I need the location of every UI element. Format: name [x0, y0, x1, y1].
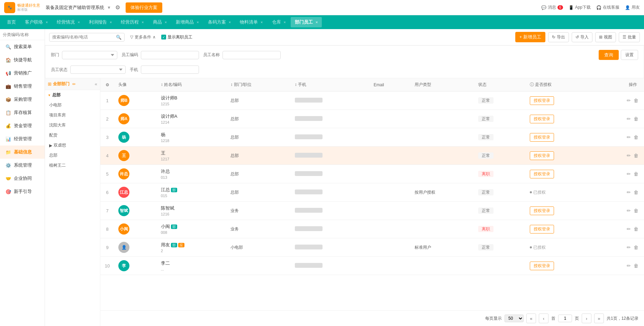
- gear-icon[interactable]: ⚙: [115, 4, 120, 11]
- page-number-input[interactable]: [558, 315, 572, 322]
- close-icon[interactable]: ×: [197, 20, 199, 24]
- auth-btn[interactable]: 授权登录: [530, 225, 554, 234]
- view-switch-button[interactable]: ⊞ 视图: [595, 32, 616, 42]
- close-icon[interactable]: ×: [46, 20, 48, 24]
- tab-warehouse[interactable]: 仓库 ×: [268, 17, 290, 27]
- last-page-btn[interactable]: »: [594, 314, 604, 323]
- sidebar-search-input[interactable]: [3, 32, 45, 37]
- edit-button[interactable]: ✏: [627, 116, 631, 122]
- auth-btn[interactable]: 授权登录: [530, 115, 554, 123]
- sidebar-item-finance[interactable]: 💰 资金管理: [0, 119, 45, 132]
- close-icon[interactable]: ×: [229, 20, 231, 24]
- close-icon[interactable]: ×: [165, 20, 167, 24]
- sidebar-item-basic[interactable]: 📁 基础信息: [0, 146, 45, 159]
- add-employee-button[interactable]: + 新增员工: [515, 32, 545, 42]
- delete-button[interactable]: 🗑: [634, 208, 638, 213]
- dept-item-project[interactable]: 项目库房: [45, 110, 100, 120]
- dept-item-planting[interactable]: 植树王二: [45, 160, 100, 170]
- empstatus-select[interactable]: [70, 65, 126, 74]
- delete-button[interactable]: 🗑: [634, 153, 638, 158]
- tab-home[interactable]: 首页: [3, 17, 20, 27]
- auth-btn[interactable]: 授权登录: [530, 262, 554, 270]
- delete-button[interactable]: 🗑: [634, 134, 638, 140]
- edit-button[interactable]: ✏: [627, 245, 631, 250]
- col-phone[interactable]: ↕ 手机: [291, 78, 370, 91]
- tab-barcode[interactable]: 条码方案 ×: [204, 17, 235, 27]
- auth-btn[interactable]: 授权登录: [530, 133, 554, 142]
- dept-item-xiaodian[interactable]: 小电部: [45, 100, 100, 110]
- empcode-input[interactable]: [141, 51, 199, 59]
- edit-button[interactable]: ✏: [627, 153, 631, 158]
- delete-button[interactable]: 🗑: [634, 116, 638, 122]
- edit-button[interactable]: ✏: [627, 98, 631, 103]
- delete-button[interactable]: 🗑: [634, 171, 638, 177]
- user-btn[interactable]: 👤 用友: [625, 5, 640, 10]
- tab-bom[interactable]: 物料清单 ×: [236, 17, 267, 27]
- tab-history[interactable]: 经营历程 ×: [117, 17, 148, 27]
- auth-btn[interactable]: 授权登录: [530, 151, 554, 160]
- sidebar-item-nav[interactable]: 🏠 快捷导航: [0, 53, 45, 67]
- sidebar-item-guide[interactable]: 🎯 新手引导: [0, 185, 45, 198]
- collapse-icon[interactable]: «: [95, 81, 97, 87]
- delete-button[interactable]: 🗑: [634, 190, 638, 195]
- auth-btn[interactable]: 授权登录: [530, 96, 554, 105]
- edit-button[interactable]: ✏: [627, 171, 631, 177]
- sidebar-item-collab[interactable]: 🤝 企业协同: [0, 172, 45, 185]
- edit-icon[interactable]: ✏: [72, 82, 76, 87]
- tab-goods[interactable]: 商品 ×: [149, 17, 171, 27]
- edit-button[interactable]: ✏: [627, 263, 631, 268]
- sidebar-item-system[interactable]: ⚙️ 系统管理: [0, 159, 45, 172]
- query-button[interactable]: 查询: [599, 50, 619, 60]
- message-btn[interactable]: 💬 消息 6: [541, 5, 563, 10]
- per-page-select[interactable]: 50 20 100: [505, 315, 524, 322]
- trial-button[interactable]: 体验行业方案: [126, 2, 162, 13]
- delete-button[interactable]: 🗑: [634, 245, 638, 250]
- close-icon[interactable]: ×: [261, 20, 263, 24]
- dept-group-header[interactable]: ▼ 总部: [45, 90, 100, 100]
- delete-button[interactable]: 🗑: [634, 226, 638, 232]
- col-name[interactable]: ↕ 姓名/编码: [157, 78, 227, 91]
- app-download-btn[interactable]: 📱 App下载: [569, 5, 591, 10]
- phone-input[interactable]: [141, 65, 199, 74]
- import-button[interactable]: ↺ 导入: [572, 32, 592, 42]
- empname-input[interactable]: [223, 51, 281, 59]
- close-icon[interactable]: ×: [284, 20, 286, 24]
- tab-operation[interactable]: 经营情况 ×: [53, 17, 84, 27]
- show-resigned-toggle[interactable]: ✓ 显示离职员工: [161, 34, 192, 40]
- auth-btn[interactable]: 授权登录: [530, 206, 554, 215]
- tab-new-goods[interactable]: 新增商品 ×: [172, 17, 203, 27]
- close-icon[interactable]: ×: [316, 20, 318, 24]
- sidebar-item-sales[interactable]: 💼 销售管理: [0, 80, 45, 93]
- sidebar-item-marketing[interactable]: 📢 营销推广: [0, 67, 45, 80]
- close-icon[interactable]: ×: [110, 20, 112, 24]
- online-service-btn[interactable]: 🎧 在线客服: [596, 5, 619, 10]
- dept-item-zongbu[interactable]: 总部: [45, 150, 100, 160]
- first-page-btn[interactable]: «: [526, 314, 536, 323]
- sidebar-item-inventory[interactable]: 📋 库存核算: [0, 106, 45, 119]
- next-page-btn[interactable]: ›: [582, 314, 591, 323]
- search-input[interactable]: [52, 35, 115, 39]
- edit-button[interactable]: ✏: [627, 134, 631, 140]
- tab-profit[interactable]: 利润报告 ×: [85, 17, 116, 27]
- auth-btn[interactable]: 授权登录: [530, 170, 554, 178]
- sidebar-item-operation[interactable]: 📊 经营管理: [0, 132, 45, 146]
- print-button[interactable]: ☰ 批量: [619, 32, 640, 42]
- col-dept[interactable]: ↕ 部门/职位: [226, 78, 291, 91]
- sidebar-item-search[interactable]: 🔍 搜索菜单: [0, 40, 45, 53]
- dept-item-shenyang[interactable]: 沈阳大库: [45, 120, 100, 130]
- edit-button[interactable]: ✏: [627, 226, 631, 232]
- dept-item-peihu[interactable]: 配货: [45, 130, 100, 140]
- close-icon[interactable]: ×: [78, 20, 80, 24]
- tab-customer[interactable]: 客户联络 ×: [21, 17, 52, 27]
- sidebar-item-purchase[interactable]: 📦 采购管理: [0, 93, 45, 106]
- set-button[interactable]: 设置: [621, 50, 638, 60]
- dept-item-shuangnue[interactable]: ▶ 双虐想: [45, 140, 100, 150]
- prev-page-btn[interactable]: ‹: [539, 314, 548, 323]
- close-icon[interactable]: ×: [142, 20, 144, 24]
- edit-button[interactable]: ✏: [627, 190, 631, 195]
- dept-select[interactable]: [62, 51, 117, 59]
- edit-button[interactable]: ✏: [627, 208, 631, 213]
- tab-dept-staff[interactable]: 部门员工 ×: [291, 17, 322, 27]
- delete-button[interactable]: 🗑: [634, 263, 638, 268]
- export-button[interactable]: ↻ 导出: [548, 32, 569, 42]
